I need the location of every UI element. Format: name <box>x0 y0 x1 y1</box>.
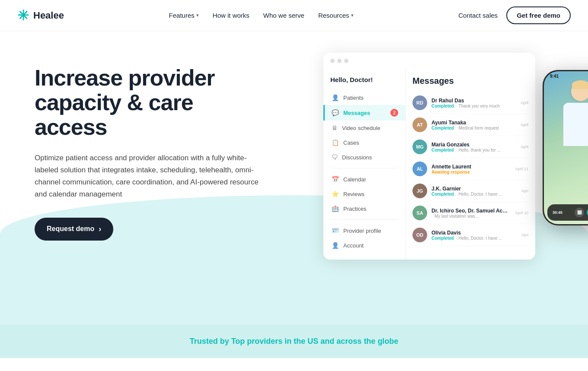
message-date: April <box>521 123 528 127</box>
doctor-hair <box>572 80 588 89</box>
chevron-down-icon: ▾ <box>351 13 354 18</box>
message-item[interactable]: ODOlivia DavisCompleted·Hello, Doctor. I… <box>412 224 528 246</box>
sidebar-item-calendar[interactable]: 📅 Calendar <box>323 172 405 187</box>
request-demo-button[interactable]: Request demo › <box>35 218 113 241</box>
call-timer: 30:45 <box>553 210 562 215</box>
video-call-icon[interactable]: ⬜ <box>575 208 584 217</box>
doctor-head <box>571 82 588 101</box>
message-content: Maria GonzalesCompleted·Hello, thank you… <box>431 142 516 152</box>
account-icon: 👤 <box>332 242 339 249</box>
message-status: Completed <box>431 236 454 241</box>
message-sender-name: Annette Laurent <box>431 164 511 170</box>
trusted-banner: Trusted by Top providers in the US and a… <box>0 325 588 358</box>
message-item[interactable]: JGJ.K. GarnierCompleted·Hello, Doctor. I… <box>412 180 528 202</box>
nav-actions: Contact sales Get free demo <box>458 6 571 24</box>
logo-name: Healee <box>33 10 64 21</box>
get-demo-button[interactable]: Get free demo <box>506 6 571 24</box>
hero-description: Optimize patient access and provider all… <box>35 152 259 200</box>
message-content: Ayumi TanakaCompleted·Medical form reque… <box>431 120 516 130</box>
message-status-line: Completed·Hello, Doctor. I have ... <box>431 192 517 197</box>
sidebar-greeting: Hello, Doctor! <box>323 76 405 90</box>
chevron-down-icon: ▾ <box>196 13 199 18</box>
sidebar-divider-2 <box>330 219 398 220</box>
window-dot-1 <box>330 59 335 63</box>
message-status: Completed <box>431 192 454 197</box>
doctor-coat <box>563 103 588 146</box>
messages-badge: 2 <box>390 109 398 117</box>
message-sender-name: Olivia Davis <box>431 230 517 236</box>
dashboard-body: Hello, Doctor! 👤 Patients 💬 Messages 2 🖥… <box>323 69 535 260</box>
calendar-icon: 📅 <box>332 176 339 183</box>
avatar: MG <box>412 140 427 154</box>
sidebar-item-account[interactable]: 👤 Account <box>323 238 405 253</box>
provider-icon: 🪪 <box>332 227 339 234</box>
contact-sales-link[interactable]: Contact sales <box>458 12 498 19</box>
navigation: ✳ Healee Features ▾ How it works Who we … <box>0 0 588 31</box>
message-date: April <box>521 101 528 105</box>
nav-how-it-works[interactable]: How it works <box>213 12 249 19</box>
sidebar-item-discussions[interactable]: 🗨 Discussions <box>323 150 405 165</box>
message-item[interactable]: ATAyumi TanakaCompleted·Medical form req… <box>412 114 528 136</box>
message-list: RDDr Rahul DasCompleted·Thank you very m… <box>412 92 528 246</box>
message-status-line: ·My last visitation was... <box>431 214 511 219</box>
message-date: Apri <box>521 233 528 237</box>
call-controls: ⬜ 🎤 📷 <box>575 208 588 217</box>
sidebar-item-practices[interactable]: 🏥 Practices <box>323 201 405 216</box>
message-status-line: Completed·Hello, Doctor. I have ... <box>431 236 517 241</box>
message-status: Completed <box>431 104 454 108</box>
sidebar-item-messages[interactable]: 💬 Messages 2 <box>323 105 405 120</box>
doctor-illustration <box>555 82 588 146</box>
window-controls <box>323 53 535 69</box>
nav-who-we-serve[interactable]: Who we serve <box>263 12 304 19</box>
message-sender-name: Maria Gonzales <box>431 142 516 148</box>
hero-content: Increase provider capacity & care access… <box>0 57 323 266</box>
message-sender-name: Dr. Ichiro Seo, Dr. Samuel Acorn <box>431 208 511 214</box>
message-preview: My last visitation was... <box>435 214 479 219</box>
sidebar-item-patients[interactable]: 👤 Patients <box>323 90 405 105</box>
avatar: AT <box>412 117 427 132</box>
message-content: Dr Rahul DasCompleted·Thank you very muc… <box>431 98 516 108</box>
sidebar-item-reviews[interactable]: ⭐ Reviews <box>323 187 405 201</box>
message-item[interactable]: SADr. Ichiro Seo, Dr. Samuel Acorn·My la… <box>412 202 528 224</box>
reviews-icon: ⭐ <box>332 190 339 197</box>
message-content: Dr. Ichiro Seo, Dr. Samuel Acorn·My last… <box>431 208 511 219</box>
message-date: April 11 <box>515 167 528 171</box>
practices-icon: 🏥 <box>332 205 339 212</box>
message-content: Olivia DavisCompleted·Hello, Doctor. I h… <box>431 230 517 241</box>
nav-links: Features ▾ How it works Who we serve Res… <box>169 12 354 19</box>
message-content: J.K. GarnierCompleted·Hello, Doctor. I h… <box>431 186 517 197</box>
avatar: JG <box>412 184 427 198</box>
messages-heading: Messages <box>412 76 528 86</box>
phone-screen: 9:41 ▐▐▐ ▲ ▮ <box>544 71 588 224</box>
avatar: AL <box>412 162 427 176</box>
message-content: Annette LaurentAwaiting response <box>431 164 511 174</box>
video-icon: 🖥 <box>332 124 338 131</box>
phone-time: 9:41 <box>550 74 559 79</box>
message-sender-name: Ayumi Tanaka <box>431 120 516 126</box>
logo-link[interactable]: ✳ Healee <box>17 9 64 22</box>
message-sender-name: Dr Rahul Das <box>431 98 516 104</box>
message-status: Completed <box>431 148 454 152</box>
nav-resources[interactable]: Resources ▾ <box>318 12 354 19</box>
sidebar-divider-1 <box>330 168 398 168</box>
dashboard-sidebar: Hello, Doctor! 👤 Patients 💬 Messages 2 🖥… <box>323 69 406 260</box>
message-item[interactable]: RDDr Rahul DasCompleted·Thank you very m… <box>412 92 528 114</box>
message-preview: Medical form request <box>458 126 499 130</box>
message-status: Completed <box>431 126 454 130</box>
message-status-line: Completed·Hello, thank you for ... <box>431 148 516 152</box>
doctor-body <box>563 103 588 146</box>
message-date: Apri <box>521 189 528 193</box>
message-item[interactable]: MGMaria GonzalesCompleted·Hello, thank y… <box>412 136 528 158</box>
message-item[interactable]: ALAnnette LaurentAwaiting responseApril … <box>412 158 528 180</box>
sidebar-item-provider-profile[interactable]: 🪪 Provider profile <box>323 223 405 238</box>
message-status-line: Completed·Thank you very much <box>431 104 516 108</box>
messages-panel: Messages RDDr Rahul DasCompleted·Thank y… <box>406 69 535 260</box>
message-preview: Hello, thank you for ... <box>458 148 500 152</box>
avatar: OD <box>412 228 427 242</box>
sidebar-item-video-schedule[interactable]: 🖥 Video schedule <box>323 120 405 135</box>
messages-icon: 💬 <box>332 109 339 116</box>
sidebar-item-cases[interactable]: 📋 Cases <box>323 135 405 150</box>
message-sender-name: J.K. Garnier <box>431 186 517 192</box>
nav-features[interactable]: Features ▾ <box>169 12 199 19</box>
window-dot-3 <box>344 59 348 63</box>
